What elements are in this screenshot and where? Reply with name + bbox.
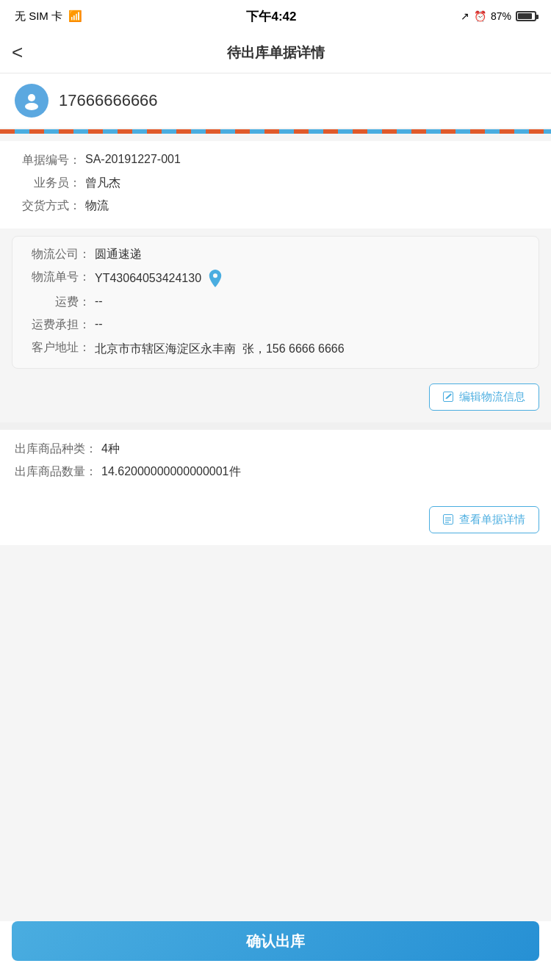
dashed-divider bbox=[0, 129, 551, 134]
list-icon bbox=[443, 514, 455, 526]
edit-logistics-label: 编辑物流信息 bbox=[459, 390, 525, 404]
freight-label: 运费： bbox=[24, 295, 90, 310]
customer-phone: 17666666666 bbox=[59, 91, 158, 110]
freight-value: -- bbox=[95, 295, 527, 308]
sales-person-value: 曾凡杰 bbox=[85, 176, 536, 191]
location-pin-icon[interactable] bbox=[207, 270, 225, 287]
view-details-button[interactable]: 查看单据详情 bbox=[429, 506, 539, 533]
tracking-label: 物流单号： bbox=[24, 270, 90, 285]
goods-category-value: 4种 bbox=[101, 442, 120, 457]
logistics-card: 物流公司： 圆通速递 物流单号： YT43064053424130 运费： --… bbox=[12, 236, 539, 369]
view-details-button-wrap: 查看单据详情 bbox=[0, 499, 551, 545]
goods-category-label: 出库商品种类： bbox=[15, 442, 97, 457]
tracking-number: YT43064053424130 bbox=[95, 272, 201, 285]
basic-info-section: 单据编号： SA-20191227-001 业务员： 曾凡杰 交货方式： 物流 bbox=[0, 141, 551, 228]
goods-quantity-row: 出库商品数量： 14.62000000000000001件 bbox=[15, 464, 536, 480]
doc-number-label: 单据编号： bbox=[15, 153, 81, 168]
alarm-icon: ⏰ bbox=[474, 10, 486, 22]
page-title: 待出库单据详情 bbox=[227, 43, 325, 62]
svg-point-1 bbox=[25, 103, 38, 110]
freight-row: 运费： -- bbox=[24, 295, 527, 310]
tracking-value-wrap: YT43064053424130 bbox=[95, 270, 527, 287]
status-bar: 无 SIM 卡 📶 下午4:42 ↗ ⏰ 87% bbox=[0, 0, 551, 32]
delivery-method-value: 物流 bbox=[85, 198, 536, 214]
edit-logistics-button-wrap: 编辑物流信息 bbox=[0, 378, 551, 422]
bottom-white-bg: 确认出库 bbox=[0, 921, 551, 980]
bottom-area: 确认出库 bbox=[0, 912, 551, 980]
carrier-label: 无 SIM 卡 bbox=[15, 10, 62, 24]
freight-bearer-value: -- bbox=[95, 317, 527, 331]
address-label: 客户地址： bbox=[24, 340, 90, 356]
avatar bbox=[15, 84, 48, 118]
status-right: ↗ ⏰ 87% bbox=[461, 10, 536, 22]
bottom-spacer bbox=[0, 545, 551, 619]
logistics-company-value: 圆通速递 bbox=[95, 247, 527, 262]
logistics-company-label: 物流公司： bbox=[24, 247, 90, 262]
goods-quantity-value: 14.62000000000000001件 bbox=[101, 464, 241, 480]
logistics-company-row: 物流公司： 圆通速递 bbox=[24, 247, 527, 262]
edit-icon bbox=[443, 392, 455, 403]
address-row: 客户地址： 北京市市辖区海淀区永丰南 张，156 6666 6666 bbox=[24, 340, 527, 358]
customer-section: 17666666666 bbox=[0, 73, 551, 128]
doc-number-row: 单据编号： SA-20191227-001 bbox=[15, 153, 536, 168]
sales-person-row: 业务员： 曾凡杰 bbox=[15, 176, 536, 191]
confirm-outbound-button[interactable]: 确认出库 bbox=[12, 921, 539, 961]
goods-quantity-label: 出库商品数量： bbox=[15, 464, 97, 480]
section-separator bbox=[0, 422, 551, 430]
sales-person-label: 业务员： bbox=[15, 176, 81, 191]
goods-section: 出库商品种类： 4种 出库商品数量： 14.62000000000000001件 bbox=[0, 430, 551, 499]
confirm-btn-label: 确认出库 bbox=[246, 932, 305, 951]
delivery-method-row: 交货方式： 物流 bbox=[15, 198, 536, 214]
status-time: 下午4:42 bbox=[246, 8, 296, 25]
svg-point-0 bbox=[28, 94, 35, 101]
status-left: 无 SIM 卡 📶 bbox=[15, 10, 82, 24]
delivery-method-label: 交货方式： bbox=[15, 198, 81, 214]
tracking-number-row: 物流单号： YT43064053424130 bbox=[24, 270, 527, 287]
doc-number-value: SA-20191227-001 bbox=[85, 153, 536, 166]
freight-bearer-row: 运费承担： -- bbox=[24, 317, 527, 333]
address-value: 北京市市辖区海淀区永丰南 张，156 6666 6666 bbox=[95, 340, 527, 358]
goods-category-row: 出库商品种类： 4种 bbox=[15, 442, 536, 457]
battery-icon bbox=[516, 11, 536, 21]
view-details-label: 查看单据详情 bbox=[459, 513, 525, 527]
edit-logistics-button[interactable]: 编辑物流信息 bbox=[429, 383, 539, 411]
battery-percentage: 87% bbox=[491, 10, 511, 22]
nav-bar: < 待出库单据详情 bbox=[0, 32, 551, 73]
location-icon: ↗ bbox=[461, 10, 469, 22]
freight-bearer-label: 运费承担： bbox=[24, 317, 90, 333]
wifi-icon: 📶 bbox=[68, 10, 82, 23]
back-button[interactable]: < bbox=[12, 41, 23, 64]
